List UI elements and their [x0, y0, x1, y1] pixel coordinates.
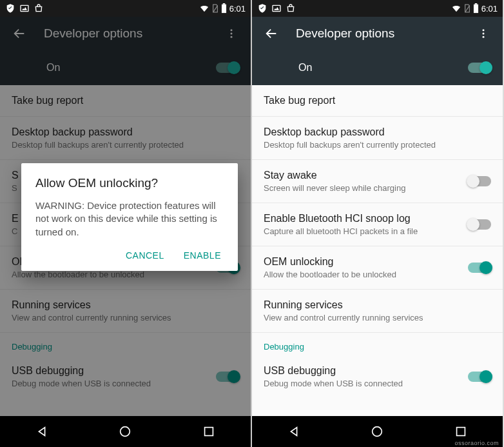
app-bar: Developer options — [252, 17, 503, 50]
svg-rect-15 — [457, 428, 465, 436]
master-toggle-row[interactable]: On — [252, 50, 503, 85]
svg-point-6 — [121, 427, 130, 437]
svg-rect-1 — [222, 5, 226, 13]
svg-rect-10 — [474, 3, 477, 5]
oem-confirm-dialog: Allow OEM unlocking? WARNING: Device pro… — [21, 163, 238, 271]
svg-rect-2 — [222, 3, 225, 5]
wifi-icon — [199, 3, 209, 14]
section-debugging: Debugging — [252, 333, 503, 355]
master-toggle-label: On — [298, 62, 312, 74]
master-toggle[interactable] — [468, 63, 491, 73]
list-item-stay-awake[interactable]: Stay awake Screen will never sleep while… — [252, 160, 503, 203]
watermark: ossoraorio.com — [454, 440, 499, 446]
svg-point-13 — [483, 36, 485, 38]
overflow-menu-button[interactable] — [469, 19, 498, 48]
nav-recents-button[interactable] — [189, 419, 228, 444]
svg-rect-9 — [474, 5, 478, 13]
settings-list: Take bug report Desktop backup password … — [252, 85, 503, 416]
shop-icon — [286, 3, 296, 14]
stay-awake-toggle[interactable] — [468, 176, 491, 186]
usb-toggle[interactable] — [468, 372, 491, 382]
page-title: Developer options — [286, 26, 469, 41]
svg-point-14 — [373, 427, 382, 437]
navigation-bar — [0, 416, 251, 447]
list-item-usb[interactable]: USB debugging Debug mode when USB is con… — [252, 355, 503, 398]
dialog-title: Allow OEM unlocking? — [35, 176, 224, 190]
nav-home-button[interactable] — [106, 419, 144, 444]
list-item-backup[interactable]: Desktop backup password Desktop full bac… — [252, 117, 503, 160]
nav-home-button[interactable] — [358, 419, 396, 444]
list-item-hci[interactable]: Enable Bluetooth HCI snoop log Capture a… — [252, 203, 503, 246]
nav-back-button[interactable] — [275, 419, 313, 444]
image-icon — [271, 3, 282, 14]
no-sim-icon — [464, 3, 470, 14]
back-button[interactable] — [257, 19, 286, 48]
status-bar: 6:01 — [252, 0, 503, 17]
image-icon — [19, 3, 30, 14]
battery-icon — [473, 3, 479, 14]
shield-icon — [257, 3, 267, 14]
status-time: 6:01 — [229, 4, 246, 14]
list-item-bug[interactable]: Take bug report — [252, 85, 503, 117]
cancel-button[interactable]: CANCEL — [126, 250, 164, 261]
svg-point-12 — [483, 33, 485, 35]
status-bar: 6:01 — [0, 0, 251, 17]
phone-left-dialog: 6:01 Developer options On Take bug repor… — [0, 0, 252, 447]
status-time: 6:01 — [481, 4, 498, 14]
hci-toggle[interactable] — [468, 219, 491, 230]
svg-rect-7 — [205, 428, 213, 436]
svg-rect-8 — [273, 5, 280, 11]
shield-icon — [5, 3, 15, 14]
shop-icon — [34, 3, 44, 14]
battery-icon — [221, 3, 227, 14]
phone-right: 6:01 Developer options On Take bug repor… — [252, 0, 503, 447]
list-item-running[interactable]: Running services View and control curren… — [252, 290, 503, 333]
wifi-icon — [451, 3, 461, 14]
list-item-oem[interactable]: OEM unlocking Allow the bootloader to be… — [252, 246, 503, 290]
svg-rect-0 — [21, 5, 28, 11]
dialog-body: WARNING: Device protection features will… — [35, 199, 224, 239]
svg-point-11 — [483, 29, 485, 31]
no-sim-icon — [212, 3, 218, 14]
oem-toggle[interactable] — [468, 263, 491, 273]
enable-button[interactable]: ENABLE — [184, 250, 221, 261]
nav-back-button[interactable] — [23, 419, 61, 444]
